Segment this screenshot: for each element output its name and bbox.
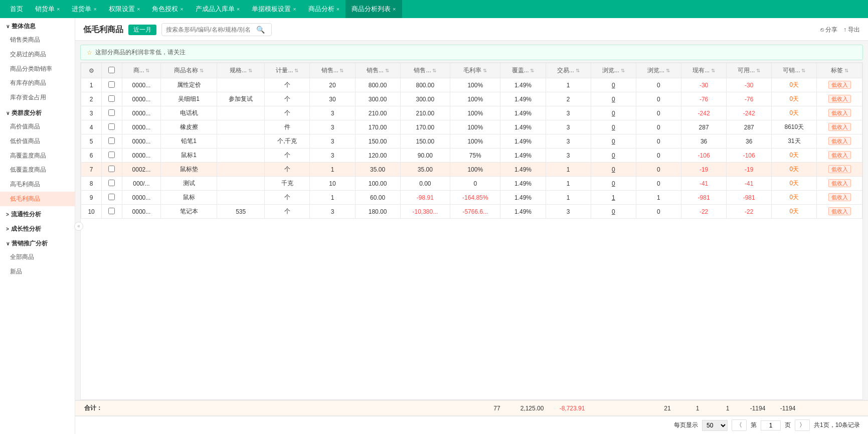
col-header-current_stock[interactable]: 现有... ⇅: [681, 63, 727, 78]
sidebar-item-有库存的商品[interactable]: 有库存的商品: [0, 76, 75, 90]
cell-checkbox[interactable]: [102, 191, 122, 205]
nav-item-销货单[interactable]: 销货单×: [29, 0, 66, 18]
sort-icon[interactable]: ⇅: [619, 68, 625, 73]
close-tab-icon[interactable]: ×: [393, 6, 396, 12]
nav-item-进货单[interactable]: 进货单×: [66, 0, 102, 18]
sidebar-group-整体信息[interactable]: ∨整体信息: [0, 18, 75, 33]
cell-checkbox[interactable]: [102, 205, 122, 219]
sort-icon[interactable]: ⇅: [755, 68, 760, 73]
col-header-sales_amount[interactable]: 销售... ⇅: [355, 63, 400, 78]
row-checkbox[interactable]: [108, 152, 115, 158]
cell-checkbox[interactable]: [102, 120, 122, 134]
nav-item-商品分析列表[interactable]: 商品分析列表×: [345, 0, 402, 18]
sidebar-collapse-btn[interactable]: «: [74, 222, 83, 231]
page-number-input[interactable]: [761, 420, 781, 430]
row-checkbox[interactable]: [108, 109, 115, 116]
row-checkbox[interactable]: [108, 166, 115, 172]
cell-checkbox[interactable]: [102, 92, 122, 106]
next-page-btn[interactable]: 〉: [795, 419, 810, 431]
nav-item-角色授权[interactable]: 角色授权×: [146, 0, 189, 18]
nav-item-单据模板设置[interactable]: 单据模板设置×: [246, 0, 302, 18]
nav-item-权限设置[interactable]: 权限设置×: [103, 0, 146, 18]
sidebar-item-全部商品[interactable]: 全部商品: [0, 250, 75, 264]
row-checkbox[interactable]: [108, 137, 115, 144]
sidebar-item-库存资金占用[interactable]: 库存资金占用: [0, 90, 75, 105]
close-tab-icon[interactable]: ×: [237, 6, 240, 12]
sidebar-item-低毛利商品[interactable]: 低毛利商品: [0, 192, 75, 206]
sidebar-group-流通性分析[interactable]: >流通性分析: [0, 206, 75, 221]
sort-icon[interactable]: ⇅: [529, 68, 535, 73]
sort-icon[interactable]: ⇅: [293, 68, 298, 73]
col-header-tag[interactable]: 标签 ⇅: [817, 63, 862, 78]
cell-views1[interactable]: 0: [591, 134, 636, 149]
prev-page-btn[interactable]: 〈: [732, 419, 747, 431]
cell-checkbox[interactable]: [102, 177, 122, 191]
row-checkbox[interactable]: [108, 95, 115, 102]
page-size-select[interactable]: 50 20 100: [702, 420, 728, 431]
search-input[interactable]: [166, 26, 256, 33]
cell-views1[interactable]: 0: [591, 106, 636, 120]
settings-icon[interactable]: ⚙: [89, 67, 94, 74]
col-header-views2[interactable]: 浏览... ⇅: [636, 63, 681, 78]
cell-checkbox[interactable]: [102, 78, 122, 92]
row-checkbox[interactable]: [108, 123, 115, 130]
sidebar-item-商品分类助销率[interactable]: 商品分类助销率: [0, 62, 75, 76]
sidebar-item-低覆盖度商品[interactable]: 低覆盖度商品: [0, 163, 75, 177]
sort-icon[interactable]: ⇅: [664, 68, 670, 73]
close-tab-icon[interactable]: ×: [293, 6, 296, 12]
sort-icon[interactable]: ⇅: [431, 68, 436, 73]
sidebar-item-低价值商品[interactable]: 低价值商品: [0, 134, 75, 149]
cell-views1[interactable]: 0: [591, 177, 636, 191]
col-header-views1[interactable]: 浏览... ⇅: [591, 63, 636, 78]
cell-views1[interactable]: 0: [591, 149, 636, 163]
col-header-saleable_days[interactable]: 可销... ⇅: [772, 63, 817, 78]
cell-views1[interactable]: 0: [591, 205, 636, 219]
sort-icon[interactable]: ⇅: [198, 68, 204, 73]
col-header-spec[interactable]: 规格... ⇅: [217, 63, 265, 78]
row-checkbox[interactable]: [108, 194, 115, 200]
cell-views1[interactable]: 1: [591, 191, 636, 205]
row-checkbox[interactable]: [108, 208, 115, 214]
col-header-name[interactable]: 商品名称 ⇅: [161, 63, 217, 78]
views-link[interactable]: 0: [612, 82, 615, 89]
cell-views1[interactable]: 0: [591, 78, 636, 92]
nav-item-产成品入库单[interactable]: 产成品入库单×: [190, 0, 246, 18]
export-button[interactable]: ↑ 导出: [843, 26, 860, 34]
search-icon[interactable]: 🔍: [256, 26, 265, 34]
col-header-unit[interactable]: 计量... ⇅: [265, 63, 310, 78]
col-header-coverage[interactable]: 覆盖... ⇅: [500, 63, 546, 78]
views-link[interactable]: 0: [612, 152, 615, 159]
col-header-sales_profit[interactable]: 销售... ⇅: [400, 63, 450, 78]
close-tab-icon[interactable]: ×: [93, 6, 96, 12]
sort-icon[interactable]: ⇅: [710, 68, 715, 73]
sort-icon[interactable]: ⇅: [338, 68, 344, 73]
close-tab-icon[interactable]: ×: [137, 6, 140, 12]
date-filter-badge[interactable]: 近一月: [128, 25, 156, 35]
sidebar-group-类群度分析[interactable]: ∨类群度分析: [0, 105, 75, 119]
sort-icon[interactable]: ⇅: [843, 68, 848, 73]
col-header-code[interactable]: 商... ⇅: [122, 63, 161, 78]
nav-item-商品分析[interactable]: 商品分析×: [302, 0, 345, 18]
sidebar-item-交易过的商品[interactable]: 交易过的商品: [0, 47, 75, 62]
col-header-checkbox[interactable]: [102, 63, 122, 78]
views-link[interactable]: 0: [612, 180, 615, 187]
cell-checkbox[interactable]: [102, 149, 122, 163]
row-checkbox[interactable]: [108, 81, 115, 88]
sort-icon[interactable]: ⇅: [574, 68, 580, 73]
sort-icon[interactable]: ⇅: [247, 68, 252, 73]
sidebar-item-新品[interactable]: 新品: [0, 264, 75, 279]
views-link[interactable]: 0: [612, 166, 615, 173]
sidebar-group-成长性分析[interactable]: >成长性分析: [0, 221, 75, 235]
share-button[interactable]: ⎋ 分享: [820, 26, 837, 34]
close-tab-icon[interactable]: ×: [57, 6, 60, 12]
views-link[interactable]: 0: [612, 96, 615, 103]
col-header-sales_qty[interactable]: 销售... ⇅: [310, 63, 355, 78]
views-link[interactable]: 0: [612, 208, 615, 215]
cell-checkbox[interactable]: [102, 134, 122, 149]
views-link[interactable]: 0: [612, 110, 615, 117]
views-link[interactable]: 0: [612, 138, 615, 145]
sidebar-group-营销推广分析[interactable]: ∨营销推广分析: [0, 235, 75, 250]
sidebar-item-高价值商品[interactable]: 高价值商品: [0, 119, 75, 134]
close-tab-icon[interactable]: ×: [336, 6, 339, 12]
cell-views1[interactable]: 0: [591, 92, 636, 106]
